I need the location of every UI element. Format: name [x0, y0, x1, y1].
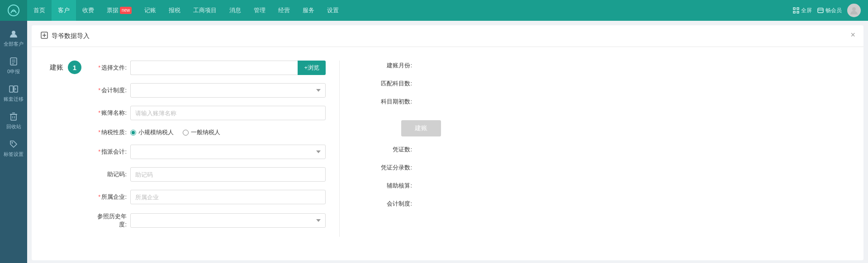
- account-name-label: *账簿名称:: [90, 109, 127, 117]
- nav-operation[interactable]: 经营: [272, 0, 296, 21]
- file-row: *选择文件: +浏览: [90, 61, 326, 75]
- assign-accountant-label: *指派会计:: [90, 148, 127, 156]
- svg-rect-16: [11, 114, 16, 120]
- assign-accountant-select[interactable]: [130, 145, 326, 159]
- info-section: 建账月份: 匹配科目数: 科目期初数: 建账: [371, 61, 471, 237]
- info-accounting-system-value: [417, 199, 471, 209]
- file-label: *选择文件:: [90, 64, 127, 72]
- period-initial-label: 科目期初数:: [371, 98, 412, 106]
- build-btn-container: 建账: [371, 116, 471, 136]
- top-navigation: 首页 客户 收费 票据 new 记账 报税 工商项目 消息 管理 经营 服务 设…: [0, 0, 868, 21]
- close-button[interactable]: ×: [850, 31, 855, 39]
- nav-customer[interactable]: 客户: [52, 0, 76, 21]
- history-year-label: 参照历史年度:: [90, 212, 127, 229]
- svg-rect-10: [10, 58, 17, 65]
- modal-body: 建账 1 *选择文件: +浏览: [32, 47, 863, 250]
- nav-business[interactable]: 工商项目: [187, 0, 223, 21]
- assign-accountant-row: *指派会计:: [90, 145, 326, 159]
- aux-accounting-row: 辅助核算:: [371, 181, 471, 191]
- svg-rect-4: [793, 11, 795, 13]
- nav-right-area: 全屏 畅会员: [793, 4, 868, 17]
- svg-rect-6: [818, 8, 823, 13]
- nav-invoice[interactable]: 票据 new: [100, 0, 138, 21]
- company-row: *所属企业:: [90, 190, 326, 204]
- account-name-input[interactable]: [130, 106, 326, 120]
- sidebar-label-tag-settings: 标签设置: [4, 151, 24, 158]
- sidebar-item-tag-settings[interactable]: 标签设置: [0, 136, 27, 161]
- content-area: 导爷数据导入 × 建账 1 *选择文件:: [27, 21, 868, 263]
- app-logo[interactable]: [0, 0, 27, 21]
- history-year-row: 参照历史年度:: [90, 212, 326, 229]
- browse-button[interactable]: +浏览: [298, 61, 326, 75]
- svg-point-9: [12, 31, 15, 34]
- svg-point-8: [852, 7, 856, 11]
- nav-message[interactable]: 消息: [223, 0, 247, 21]
- fullscreen-button[interactable]: 全屏: [793, 7, 812, 14]
- radio-general-taxpayer[interactable]: 一般纳税人: [183, 128, 220, 136]
- info-accounting-system-row: 会计制度:: [371, 199, 471, 209]
- sidebar-item-migrate[interactable]: 账套迁移: [0, 80, 27, 106]
- voucher-count-label: 凭证数:: [371, 146, 412, 154]
- accounting-system-select[interactable]: [130, 83, 326, 98]
- sidebar-item-zero-report[interactable]: 0申报: [0, 53, 27, 79]
- company-label: *所属企业:: [90, 193, 127, 201]
- memo-code-input[interactable]: [130, 167, 326, 182]
- match-subjects-row: 匹配科目数:: [371, 79, 471, 89]
- nav-items: 首页 客户 收费 票据 new 记账 报税 工商项目 消息 管理 经营 服务 设…: [27, 0, 793, 21]
- svg-rect-3: [797, 8, 799, 9]
- nav-manage[interactable]: 管理: [247, 0, 272, 21]
- trash-icon: [9, 112, 19, 122]
- avatar[interactable]: [847, 4, 861, 17]
- match-subjects-value: [417, 79, 471, 89]
- svg-rect-2: [793, 8, 795, 9]
- sidebar-label-zero-report: 0申报: [7, 68, 20, 75]
- sidebar-label-migrate: 账套迁移: [4, 96, 24, 103]
- member-button[interactable]: 畅会员: [817, 7, 842, 14]
- file-text-input[interactable]: [130, 61, 298, 75]
- voucher-entries-label: 凭证分录数:: [371, 164, 412, 172]
- sidebar-item-all-customers[interactable]: 全部客户: [0, 25, 27, 51]
- fullscreen-label: 全屏: [801, 7, 812, 14]
- tax-type-label: *纳税性质:: [90, 128, 127, 136]
- tax-type-radio-group: 小规模纳税人 一般纳税人: [130, 128, 220, 136]
- sidebar-label-recycle: 回收站: [6, 123, 21, 130]
- company-input[interactable]: [130, 190, 326, 204]
- import-card: 导爷数据导入 × 建账 1 *选择文件:: [32, 25, 863, 260]
- nav-bookkeeping[interactable]: 记账: [138, 0, 162, 21]
- new-badge: new: [120, 7, 132, 14]
- nav-tax[interactable]: 报税: [162, 0, 187, 21]
- member-label: 畅会员: [825, 7, 842, 14]
- build-account-button[interactable]: 建账: [401, 120, 441, 136]
- memo-code-label: 助记码:: [90, 170, 127, 178]
- voucher-count-value: [417, 145, 471, 155]
- migrate-icon: [9, 84, 19, 94]
- form-section: *选择文件: +浏览 *会计制度:: [90, 61, 326, 237]
- report-icon: [9, 56, 19, 66]
- period-initial-value: [417, 97, 471, 107]
- nav-home[interactable]: 首页: [27, 0, 52, 21]
- history-year-select[interactable]: [130, 213, 326, 228]
- nav-billing[interactable]: 收费: [76, 0, 100, 21]
- period-initial-row: 科目期初数:: [371, 97, 471, 107]
- aux-accounting-label: 辅助核算:: [371, 182, 412, 190]
- tag-icon: [9, 139, 19, 149]
- voucher-entries-row: 凭证分录数:: [371, 163, 471, 173]
- nav-service[interactable]: 服务: [296, 0, 321, 21]
- nav-settings[interactable]: 设置: [321, 0, 345, 21]
- voucher-entries-value: [417, 163, 471, 173]
- svg-point-20: [12, 142, 13, 144]
- sidebar-item-recycle[interactable]: 回收站: [0, 108, 27, 134]
- svg-rect-14: [9, 86, 13, 92]
- account-name-row: *账簿名称:: [90, 106, 326, 120]
- step-label-row: 建账 1: [50, 61, 81, 74]
- aux-accounting-value: [417, 181, 471, 191]
- voucher-count-row: 凭证数:: [371, 145, 471, 155]
- radio-small-taxpayer[interactable]: 小规模纳税人: [130, 128, 174, 136]
- build-month-value: [417, 61, 471, 70]
- file-input-wrap: +浏览: [130, 61, 326, 75]
- sidebar-label-all-customers: 全部客户: [4, 41, 24, 47]
- step-label-text: 建账: [50, 63, 63, 72]
- modal-header: 导爷数据导入: [32, 25, 863, 47]
- accounting-system-label: *会计制度:: [90, 86, 127, 94]
- section-divider: [339, 61, 340, 237]
